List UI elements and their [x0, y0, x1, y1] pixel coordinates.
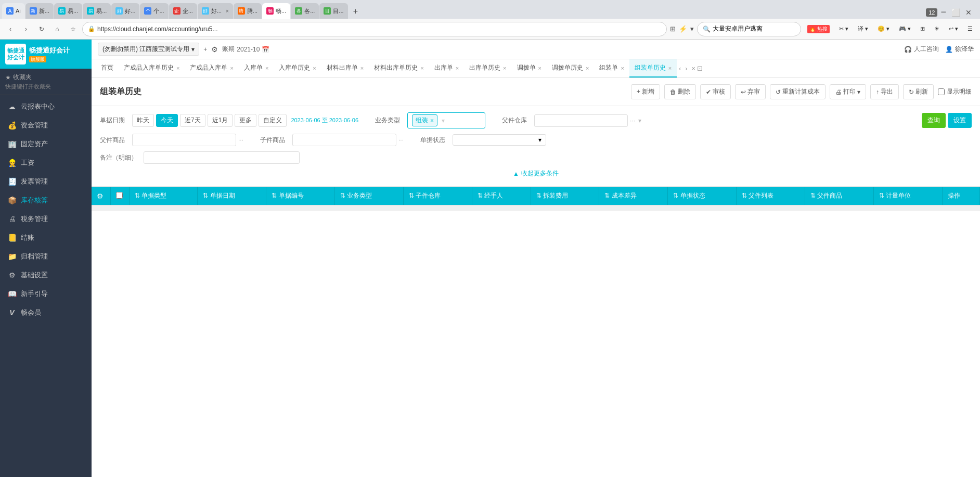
biz-type-tag-remove[interactable]: ×: [430, 117, 434, 124]
sidebar-item-guide[interactable]: 📖 新手引导: [0, 285, 92, 303]
parent-goods-input[interactable]: [132, 134, 236, 146]
tab-close-assembly[interactable]: ×: [621, 65, 624, 71]
th-checkbox[interactable]: [110, 187, 129, 205]
undo-btn[interactable]: ↩ ▾: [946, 24, 961, 34]
tab-9[interactable]: 腾 腾...: [234, 3, 262, 19]
audit-button[interactable]: ✔ 审核: [700, 84, 731, 99]
forward-button[interactable]: ›: [20, 23, 32, 35]
favorite-title[interactable]: ★ 收藏夹: [5, 73, 86, 82]
tab-close-material-out[interactable]: ×: [360, 65, 364, 71]
search-box[interactable]: 🔍 大量安卓用户逃离: [697, 22, 801, 36]
th-biz-type[interactable]: ⇅ 业务类型: [335, 187, 404, 205]
export-button[interactable]: ↑ 导出: [870, 84, 899, 99]
sidebar-item-archive[interactable]: 📁 归档管理: [0, 247, 92, 266]
tab-home[interactable]: 首页: [96, 59, 119, 78]
tab-assembly-history[interactable]: 组装单历史 ×: [629, 59, 677, 78]
tab-8[interactable]: 好 好... ×: [198, 3, 233, 19]
abandon-button[interactable]: ↩ 弃审: [735, 84, 766, 99]
th-parent-list[interactable]: ⇅ 父件列表: [737, 187, 805, 205]
custom-btn[interactable]: 自定义: [259, 114, 287, 127]
th-bill-number[interactable]: ⇅ 单据编号: [266, 187, 335, 205]
th-disassemble-fee[interactable]: ⇅ 拆装费用: [531, 187, 599, 205]
today-btn[interactable]: 今天: [156, 114, 178, 127]
tab-6[interactable]: 个 个...: [140, 3, 168, 19]
tab-close-transfer[interactable]: ×: [538, 65, 541, 71]
settings-gear-icon[interactable]: ⚙: [211, 45, 218, 54]
reload-button[interactable]: ↻: [35, 23, 48, 35]
tab-product-in[interactable]: 产成品入库单 ×: [185, 59, 238, 78]
parent-warehouse-input[interactable]: [534, 114, 628, 127]
more-btn[interactable]: 更多: [235, 114, 256, 127]
tab-material-out-history[interactable]: 材料出库单历史 ×: [369, 59, 429, 78]
th-child-warehouse[interactable]: ⇅ 子件仓库: [404, 187, 472, 205]
select-all-checkbox[interactable]: [116, 192, 123, 199]
tab-ai[interactable]: A Ai: [2, 3, 25, 19]
th-bill-type[interactable]: ⇅ 单据类型: [129, 187, 198, 205]
bookmark-button[interactable]: ☆: [67, 23, 79, 35]
yesterday-btn[interactable]: 昨天: [132, 114, 154, 127]
grid-btn[interactable]: ⊞: [917, 24, 928, 34]
translate-btn[interactable]: 译 ▾: [855, 23, 871, 34]
sidebar-item-settlement[interactable]: 📒 结账: [0, 228, 92, 247]
tab-scroll-right[interactable]: ›: [683, 63, 689, 74]
tab-options-button[interactable]: ⊡: [697, 65, 703, 72]
tab-close-product-in[interactable]: ×: [230, 65, 233, 71]
scissors-btn[interactable]: ✂ ▾: [836, 24, 852, 34]
th-unit[interactable]: ⇅ 计量单位: [873, 187, 942, 205]
sidebar-item-fixed-assets[interactable]: 🏢 固定资产: [0, 135, 92, 153]
show-detail-checkbox[interactable]: [938, 88, 945, 95]
tab-close-transfer-history[interactable]: ×: [586, 65, 589, 71]
query-button[interactable]: 查询: [922, 113, 946, 128]
sidebar-item-cloud-report[interactable]: ☁ 云报表中心: [0, 97, 92, 116]
tab-instock[interactable]: 入库单 ×: [239, 59, 274, 78]
th-bill-date[interactable]: ⇅ 单据日期: [198, 187, 266, 205]
service-button[interactable]: 🎧 人工咨询: [904, 45, 939, 54]
sidebar-item-membership[interactable]: V 畅会员: [0, 303, 92, 322]
biz-type-input-container[interactable]: 组装 × ▾: [407, 112, 485, 128]
sidebar-item-tax[interactable]: 🖨 税务管理: [0, 210, 92, 228]
delete-button[interactable]: 🗑 删除: [664, 84, 696, 99]
show-detail-checkbox-label[interactable]: 显示明细: [938, 87, 972, 96]
tab-close-outstock-history[interactable]: ×: [503, 65, 506, 71]
last7days-btn[interactable]: 近7天: [180, 114, 205, 127]
company-selector[interactable]: (勿删勿禁用) 江西服宝测试专用 ▾: [98, 43, 199, 56]
qr-button[interactable]: ⊞: [670, 25, 676, 33]
tab-chanjet[interactable]: 畅 畅...: [262, 3, 290, 19]
tab-4[interactable]: 易 易...: [83, 3, 111, 19]
emoji-btn[interactable]: 😊 ▾: [874, 24, 893, 34]
th-settings[interactable]: ⚙: [92, 187, 110, 205]
sidebar-item-settings[interactable]: ⚙ 基础设置: [0, 266, 92, 285]
tab-pin-button[interactable]: ×: [691, 65, 695, 72]
refresh-button[interactable]: ↻ 刷新: [903, 84, 934, 99]
tab-2[interactable]: 新 新...: [25, 3, 54, 19]
last1month-btn[interactable]: 近1月: [208, 114, 233, 127]
settings-button[interactable]: 设置: [948, 113, 972, 128]
print-button[interactable]: 🖨 打印 ▾: [830, 84, 866, 99]
new-button[interactable]: + 新增: [631, 84, 660, 99]
dropdown-button[interactable]: ▾: [690, 25, 694, 33]
th-parent-goods[interactable]: ⇅ 父件商品: [805, 187, 874, 205]
tab-7[interactable]: 企 企...: [169, 3, 197, 19]
collapse-button[interactable]: ▲ 收起更多条件: [100, 169, 972, 178]
minimize-button[interactable]: −: [938, 6, 948, 19]
tab-material-out[interactable]: 材料出库单 ×: [321, 59, 369, 78]
game-btn[interactable]: 🎮 ▾: [896, 24, 914, 34]
menu-btn[interactable]: ☰: [964, 24, 976, 34]
tab-5[interactable]: 好 好...: [111, 3, 139, 19]
biz-type-dropdown-icon[interactable]: ▾: [442, 117, 445, 124]
close-button[interactable]: ✕: [963, 7, 974, 18]
child-goods-more-icon[interactable]: ···: [398, 136, 404, 144]
remarks-input[interactable]: [144, 151, 300, 164]
column-settings-icon[interactable]: ⚙: [97, 192, 104, 200]
tab-scroll-left[interactable]: ‹: [677, 63, 683, 74]
recalculate-button[interactable]: ↺ 重新计算成本: [770, 84, 826, 99]
tab-3[interactable]: 易 易...: [54, 3, 82, 19]
tab-close-assembly-history[interactable]: ×: [668, 65, 672, 71]
add-company-button[interactable]: +: [203, 46, 207, 53]
th-bill-status[interactable]: ⇅ 单据状态: [668, 187, 737, 205]
maximize-button[interactable]: ⬜: [949, 7, 962, 18]
tab-outstock-history[interactable]: 出库单历史 ×: [464, 59, 511, 78]
child-goods-input[interactable]: [292, 134, 396, 146]
tab-product-in-history[interactable]: 产成品入库单历史 ×: [119, 59, 185, 78]
tab-assembly[interactable]: 组装单 ×: [594, 59, 629, 78]
